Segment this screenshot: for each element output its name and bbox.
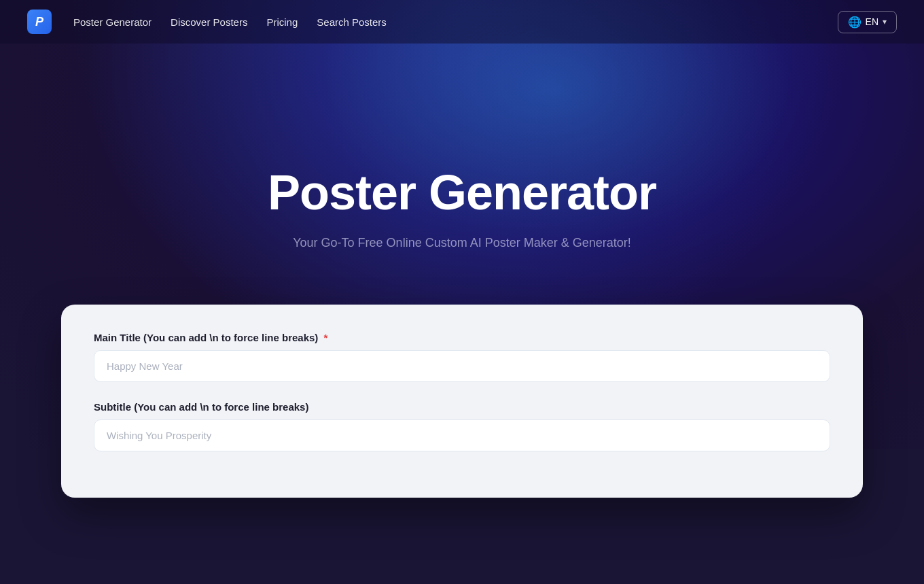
nav-link-search-posters[interactable]: Search Posters	[317, 16, 387, 28]
navbar-left: P Poster Generator Discover Posters Pric…	[27, 10, 387, 34]
nav-link-discover-posters[interactable]: Discover Posters	[171, 16, 247, 28]
logo[interactable]: P	[27, 10, 52, 34]
main-title-label: Main Title (You can add \n to force line…	[94, 332, 830, 343]
chevron-down-icon: ▾	[883, 17, 887, 27]
nav-link-poster-generator[interactable]: Poster Generator	[73, 16, 152, 28]
hero-title: Poster Generator	[268, 166, 656, 220]
nav-link-pricing[interactable]: Pricing	[266, 16, 298, 28]
form-card: Main Title (You can add \n to force line…	[61, 305, 863, 498]
main-title-group: Main Title (You can add \n to force line…	[94, 332, 830, 382]
nav-links: Poster Generator Discover Posters Pricin…	[73, 16, 387, 28]
subtitle-label: Subtitle (You can add \n to force line b…	[94, 401, 830, 413]
main-title-input[interactable]	[94, 350, 830, 382]
language-label: EN	[866, 16, 878, 27]
globe-icon: 🌐	[848, 16, 861, 29]
navbar: P Poster Generator Discover Posters Pric…	[0, 0, 924, 44]
hero-subtitle: Your Go-To Free Online Custom AI Poster …	[293, 236, 631, 250]
required-star: *	[324, 332, 328, 343]
hero-section: Poster Generator Your Go-To Free Online …	[0, 44, 924, 305]
logo-icon: P	[27, 10, 52, 34]
subtitle-input[interactable]	[94, 419, 830, 451]
subtitle-group: Subtitle (You can add \n to force line b…	[94, 401, 830, 451]
language-button[interactable]: 🌐 EN ▾	[838, 11, 897, 33]
form-card-wrapper: Main Title (You can add \n to force line…	[0, 305, 924, 525]
